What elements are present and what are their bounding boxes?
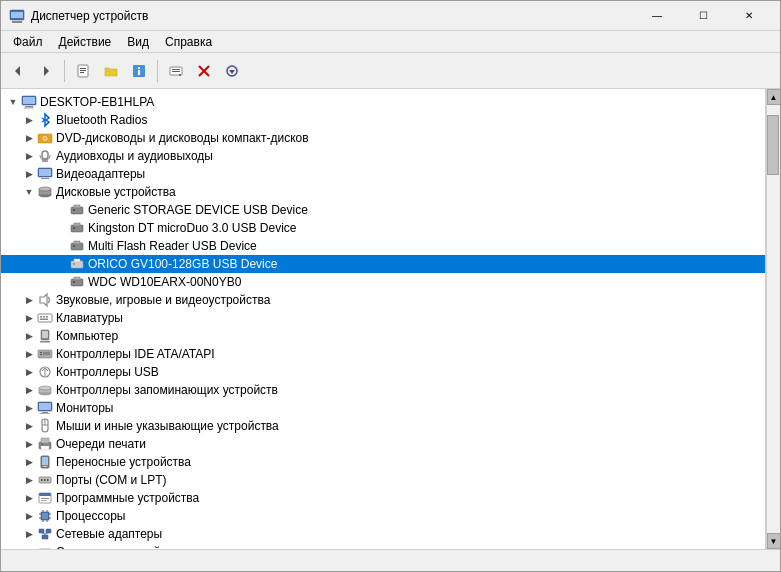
- ide-icon: [37, 346, 53, 362]
- portable-expander[interactable]: ▶: [21, 454, 37, 470]
- svg-marker-4: [44, 66, 49, 76]
- disk-expander[interactable]: ▼: [21, 184, 37, 200]
- back-button[interactable]: [5, 58, 31, 84]
- menu-view[interactable]: Вид: [119, 33, 157, 51]
- keyboard-icon: [37, 310, 53, 326]
- info-button[interactable]: [126, 58, 152, 84]
- app-icon: [9, 8, 25, 24]
- tree-item-usb[interactable]: ▶ Контроллеры USB: [1, 363, 765, 381]
- dvd-icon: [37, 130, 53, 146]
- computer-expander[interactable]: ▶: [21, 328, 37, 344]
- tree-item-processors[interactable]: ▶ Процессоры: [1, 507, 765, 525]
- content-area: ▼ DESKTOP-EB1HLPA ▶: [1, 89, 780, 549]
- tree-item-disk3[interactable]: ▶ Multi Flash Reader USB Device: [1, 237, 765, 255]
- processors-expander[interactable]: ▶: [21, 508, 37, 524]
- mouse-icon: [37, 418, 53, 434]
- tree-item-bluetooth[interactable]: ▶ Bluetooth Radios: [1, 111, 765, 129]
- svg-rect-22: [25, 106, 33, 108]
- printer-icon: [37, 436, 53, 452]
- scan-button[interactable]: [163, 58, 189, 84]
- properties-button[interactable]: [70, 58, 96, 84]
- usb-drive-4-icon: [69, 256, 85, 272]
- svg-rect-77: [41, 443, 43, 445]
- tree-item-sound[interactable]: ▶ Звуковые, игровые и видеоустройства: [1, 291, 765, 309]
- usb-expander[interactable]: ▶: [21, 364, 37, 380]
- audio-expander[interactable]: ▶: [21, 148, 37, 164]
- tree-item-computer[interactable]: ▶ Компьютер: [1, 327, 765, 345]
- sound-label: Звуковые, игровые и видеоустройства: [56, 293, 270, 307]
- print-expander[interactable]: ▶: [21, 436, 37, 452]
- svg-rect-50: [73, 281, 75, 283]
- svg-rect-1: [12, 21, 22, 23]
- tree-item-mouse[interactable]: ▶ Мыши и иные указывающие устройства: [1, 417, 765, 435]
- ide-expander[interactable]: ▶: [21, 346, 37, 362]
- delete-button[interactable]: [191, 58, 217, 84]
- svg-rect-76: [41, 446, 49, 450]
- tree-item-audio[interactable]: ▶ Аудиовходы и аудиовыходы: [1, 147, 765, 165]
- tree-item-ide[interactable]: ▶ Контроллеры IDE ATA/ATAPI: [1, 345, 765, 363]
- separator-1: [64, 60, 65, 82]
- scroll-down[interactable]: ▼: [767, 533, 781, 549]
- mouse-expander[interactable]: ▶: [21, 418, 37, 434]
- update-driver-button[interactable]: [219, 58, 245, 84]
- display-expander[interactable]: ▶: [21, 166, 37, 182]
- tree-item-dvd[interactable]: ▶ DVD-дисководы и дисководы компакт-диск…: [1, 129, 765, 147]
- root-expander[interactable]: ▼: [5, 94, 21, 110]
- status-bar: [1, 549, 780, 571]
- software-expander[interactable]: ▶: [21, 490, 37, 506]
- ports-label: Порты (COM и LPT): [56, 473, 167, 487]
- forward-button[interactable]: [33, 58, 59, 84]
- network-expander[interactable]: ▶: [21, 526, 37, 542]
- print-label: Очереди печати: [56, 437, 146, 451]
- monitors-expander[interactable]: ▶: [21, 400, 37, 416]
- svg-marker-3: [15, 66, 20, 76]
- tree-item-disk4[interactable]: ▶ ORICO GV100-128GB USB Device: [1, 255, 765, 273]
- device-tree[interactable]: ▼ DESKTOP-EB1HLPA ▶: [1, 89, 766, 549]
- storage-expander[interactable]: ▶: [21, 382, 37, 398]
- scrollbar[interactable]: ▲ ▼: [766, 89, 780, 549]
- svg-rect-38: [73, 209, 75, 211]
- svg-rect-58: [42, 331, 48, 338]
- tree-item-ports[interactable]: ▶ Порты (COM и LPT): [1, 471, 765, 489]
- svg-line-103: [42, 533, 46, 534]
- menu-file[interactable]: Файл: [5, 33, 51, 51]
- tree-item-keyboard[interactable]: ▶ Клавиатуры: [1, 309, 765, 327]
- bluetooth-expander[interactable]: ▶: [21, 112, 37, 128]
- svg-rect-99: [42, 535, 48, 539]
- tree-item-storage[interactable]: ▶ Контроллеры запоминающих устройств: [1, 381, 765, 399]
- folder-button[interactable]: [98, 58, 124, 84]
- maximize-button[interactable]: ☐: [680, 1, 726, 31]
- svg-rect-70: [42, 412, 48, 413]
- sound-expander[interactable]: ▶: [21, 292, 37, 308]
- dvd-expander[interactable]: ▶: [21, 130, 37, 146]
- menu-action[interactable]: Действие: [51, 33, 120, 51]
- tree-item-disk[interactable]: ▼ Дисковые устройства: [1, 183, 765, 201]
- tree-item-display[interactable]: ▶ Видеоадаптеры: [1, 165, 765, 183]
- tree-item-software[interactable]: ▶ Программные устройства: [1, 489, 765, 507]
- keyboard-expander[interactable]: ▶: [21, 310, 37, 326]
- svg-rect-56: [40, 319, 48, 321]
- root-label: DESKTOP-EB1HLPA: [40, 95, 154, 109]
- svg-point-35: [39, 187, 51, 191]
- tree-item-monitors[interactable]: ▶ Мониторы: [1, 399, 765, 417]
- svg-rect-44: [73, 245, 75, 247]
- monitor-icon: [37, 400, 53, 416]
- scroll-thumb[interactable]: [767, 115, 779, 175]
- tree-item-disk5[interactable]: ▶ WDC WD10EARX-00N0YB0: [1, 273, 765, 291]
- svg-rect-14: [172, 71, 180, 72]
- tree-item-disk1[interactable]: ▶ Generic STORAGE DEVICE USB Device: [1, 201, 765, 219]
- minimize-button[interactable]: —: [634, 1, 680, 31]
- tree-item-print[interactable]: ▶ Очереди печати: [1, 435, 765, 453]
- root-node[interactable]: ▼ DESKTOP-EB1HLPA: [1, 93, 765, 111]
- window-title: Диспетчер устройств: [31, 9, 634, 23]
- tree-item-disk2[interactable]: ▶ Kingston DT microDuo 3.0 USB Device: [1, 219, 765, 237]
- svg-rect-49: [74, 277, 80, 280]
- menu-help[interactable]: Справка: [157, 33, 220, 51]
- scroll-up[interactable]: ▲: [767, 89, 781, 105]
- tree-item-portable[interactable]: ▶ Переносные устройства: [1, 453, 765, 471]
- tree-item-network[interactable]: ▶ Сетевые адаптеры: [1, 525, 765, 543]
- ports-expander[interactable]: ▶: [21, 472, 37, 488]
- disk-label: Дисковые устройства: [56, 185, 176, 199]
- svg-point-15: [179, 74, 181, 76]
- close-button[interactable]: ✕: [726, 1, 772, 31]
